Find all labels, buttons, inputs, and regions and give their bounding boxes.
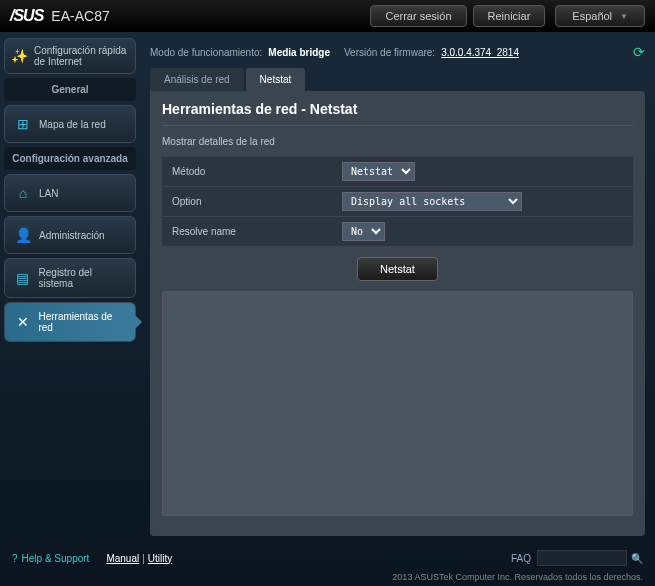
- sidebar-label: Mapa de la red: [39, 119, 106, 130]
- refresh-icon[interactable]: ⟳: [633, 44, 645, 60]
- firmware-link[interactable]: 3.0.0.4.374_2814: [441, 47, 519, 58]
- sidebar-label: Administración: [39, 230, 105, 241]
- sidebar-item-nettools[interactable]: ✕ Herramientas de red: [4, 302, 136, 342]
- tools-icon: ✕: [13, 312, 32, 332]
- sidebar-item-network-map[interactable]: ⊞ Mapa de la red: [4, 105, 136, 143]
- footer: ? Help & Support Manual | Utility FAQ 🔍 …: [0, 544, 655, 586]
- user-icon: 👤: [13, 225, 33, 245]
- network-icon: ⊞: [13, 114, 33, 134]
- resolve-label: Resolve name: [162, 217, 332, 247]
- copyright: 2013 ASUSTek Computer Inc. Reservados to…: [12, 568, 643, 582]
- model-name: EA-AC87: [51, 8, 109, 24]
- log-icon: ▤: [13, 268, 33, 288]
- sidebar-item-admin[interactable]: 👤 Administración: [4, 216, 136, 254]
- sidebar-item-quick-setup[interactable]: ✨ Configuración rápida de Internet: [4, 38, 136, 74]
- language-select[interactable]: Español: [555, 5, 645, 27]
- manual-link[interactable]: Manual: [106, 553, 139, 564]
- row-resolve: Resolve name No: [162, 217, 633, 247]
- sidebar-section-advanced: Configuración avanzada: [4, 147, 136, 170]
- operation-mode-value: Media bridge: [268, 47, 330, 58]
- header-bar: /SUS EA-AC87 Cerrar sesión Reiniciar Esp…: [0, 0, 655, 32]
- option-select[interactable]: Display all sockets: [342, 192, 522, 211]
- info-bar: Modo de funcionamiento: Media bridge Ver…: [150, 40, 645, 68]
- brand-logo: /SUS: [10, 7, 43, 25]
- help-icon: ?: [12, 553, 18, 564]
- panel-subtitle: Mostrar detalles de la red: [162, 126, 633, 157]
- tab-bar: Análisis de red Netstat: [150, 68, 645, 91]
- panel: Herramientas de red - Netstat Mostrar de…: [150, 91, 645, 536]
- method-select[interactable]: Netstat: [342, 162, 415, 181]
- option-label: Option: [162, 187, 332, 217]
- sidebar-label: Herramientas de red: [38, 311, 127, 333]
- wand-icon: ✨: [11, 46, 28, 66]
- home-icon: ⌂: [13, 183, 33, 203]
- sidebar: ✨ Configuración rápida de Internet Gener…: [0, 32, 140, 542]
- sidebar-label: LAN: [39, 188, 58, 199]
- sidebar-label: Registro del sistema: [39, 267, 127, 289]
- sidebar-section-general: General: [4, 78, 136, 101]
- method-label: Método: [162, 157, 332, 187]
- logout-button[interactable]: Cerrar sesión: [370, 5, 466, 27]
- search-icon[interactable]: 🔍: [631, 553, 643, 564]
- panel-title: Herramientas de red - Netstat: [162, 101, 633, 126]
- row-option: Option Display all sockets: [162, 187, 633, 217]
- sidebar-item-syslog[interactable]: ▤ Registro del sistema: [4, 258, 136, 298]
- reboot-button[interactable]: Reiniciar: [473, 5, 546, 27]
- faq-label: FAQ: [511, 553, 531, 564]
- tab-network-analysis[interactable]: Análisis de red: [150, 68, 244, 91]
- row-method: Método Netstat: [162, 157, 633, 187]
- faq-search-input[interactable]: [537, 550, 627, 566]
- sidebar-label: Configuración rápida de Internet: [34, 45, 129, 67]
- netstat-button[interactable]: Netstat: [357, 257, 438, 281]
- help-support-link[interactable]: ? Help & Support: [12, 553, 89, 564]
- utility-link[interactable]: Utility: [148, 553, 172, 564]
- tab-netstat[interactable]: Netstat: [246, 68, 306, 91]
- resolve-select[interactable]: No: [342, 222, 385, 241]
- form-table: Método Netstat Option Display all socket…: [162, 157, 633, 247]
- main-content: Modo de funcionamiento: Media bridge Ver…: [140, 32, 655, 542]
- output-area: [162, 291, 633, 516]
- sidebar-item-lan[interactable]: ⌂ LAN: [4, 174, 136, 212]
